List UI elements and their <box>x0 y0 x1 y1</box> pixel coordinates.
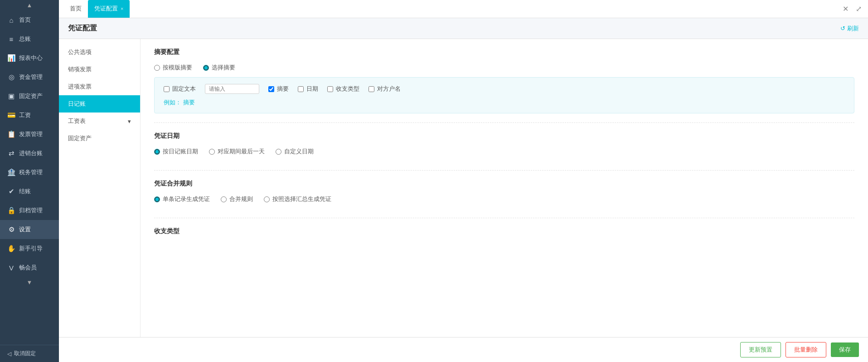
sidebar-item-label: 新手引导 <box>19 245 43 253</box>
tab-bar: 首页 凭证配置 × ✕ ⤢ <box>59 0 868 18</box>
summary-section-title: 摘要配置 <box>154 48 854 56</box>
left-nav-payroll-table[interactable]: 工资表 ▾ <box>59 113 140 130</box>
tab-home[interactable]: 首页 <box>63 0 88 18</box>
checkbox-date-input[interactable] <box>298 86 304 92</box>
right-content: 摘要配置 按模版摘要 选择摘要 固定文本 <box>141 39 868 337</box>
invoice-icon: 📋 <box>7 130 15 138</box>
voucher-date-section: 凭证日期 按日记账日期 对应期间最后一天 自定义日期 <box>154 132 854 171</box>
checkbox-date-label: 日期 <box>306 85 318 93</box>
tab-home-label: 首页 <box>70 5 82 13</box>
settlement-icon: ✔ <box>7 187 15 196</box>
radio-template-summary-input[interactable] <box>154 65 160 71</box>
tab-close-icon[interactable]: × <box>121 6 123 11</box>
purchasesales-icon: ⇄ <box>7 149 15 157</box>
sidebar-item-label: 首页 <box>19 16 31 24</box>
save-button[interactable]: 保存 <box>831 342 859 357</box>
refresh-icon: ↺ <box>840 25 845 32</box>
sidebar: ▲ ⌂ 首页 ≡ 总账 📊 报表中心 ◎ 资金管理 ▣ 固定资产 💳 工资 📋 … <box>0 0 59 362</box>
unpin-button[interactable]: ◁ 取消固定 <box>0 345 59 362</box>
window-close-button[interactable]: ✕ <box>841 4 850 14</box>
sidebar-scroll-up[interactable]: ▲ <box>0 0 59 10</box>
sidebar-item-guide[interactable]: ✋ 新手引导 <box>0 239 59 258</box>
radio-last-day[interactable]: 对应期间最后一天 <box>209 147 265 156</box>
sidebar-item-ledger[interactable]: ≡ 总账 <box>0 29 59 49</box>
unpin-label: 取消固定 <box>14 350 36 357</box>
radio-single-label: 单条记录生成凭证 <box>163 195 210 203</box>
radio-select-summary[interactable]: 选择摘要 <box>203 64 235 72</box>
reports-icon: 📊 <box>7 54 15 62</box>
income-type-title: 收支类型 <box>154 227 854 235</box>
radio-custom-date-input[interactable] <box>276 149 281 155</box>
example-prefix: 例如： <box>164 99 181 106</box>
checkbox-income-type-input[interactable] <box>327 86 333 92</box>
sidebar-item-payroll[interactable]: 💳 工资 <box>0 106 59 125</box>
main-area: 首页 凭证配置 × ✕ ⤢ 凭证配置 ↺ 刷新 公共选项 销项发票 进项 <box>59 0 868 362</box>
member-icon: V <box>7 264 15 272</box>
expand-icon: ▾ <box>128 118 131 125</box>
sidebar-scroll-down[interactable]: ▼ <box>0 277 59 288</box>
voucher-date-title: 凭证日期 <box>154 132 854 140</box>
sidebar-item-label: 报表中心 <box>19 54 43 62</box>
update-preview-button[interactable]: 更新预置 <box>740 342 781 357</box>
radio-select-summary-input[interactable] <box>203 65 209 71</box>
home-icon: ⌂ <box>7 16 15 24</box>
radio-select-merge[interactable]: 按照选择汇总生成凭证 <box>264 195 331 203</box>
sidebar-item-label: 结账 <box>19 187 31 196</box>
radio-journal-date[interactable]: 按日记账日期 <box>154 147 198 156</box>
sidebar-item-label: 资金管理 <box>19 73 43 81</box>
radio-custom-date[interactable]: 自定义日期 <box>276 147 314 156</box>
sidebar-item-label: 设置 <box>19 225 31 234</box>
checkbox-summary-input[interactable] <box>268 86 274 92</box>
sidebar-item-assets[interactable]: ▣ 固定资产 <box>0 87 59 106</box>
refresh-button[interactable]: ↺ 刷新 <box>840 24 859 33</box>
sidebar-item-archive[interactable]: 🔒 归档管理 <box>0 201 59 220</box>
radio-select-merge-label: 按照选择汇总生成凭证 <box>272 195 331 203</box>
sidebar-item-tax[interactable]: 🏦 税务管理 <box>0 163 59 182</box>
sidebar-item-home[interactable]: ⌂ 首页 <box>0 10 59 29</box>
sidebar-item-settlement[interactable]: ✔ 结账 <box>0 182 59 201</box>
radio-select-merge-input[interactable] <box>264 196 270 202</box>
radio-last-day-input[interactable] <box>209 149 215 155</box>
left-nav-sales-invoice[interactable]: 销项发票 <box>59 61 140 78</box>
radio-journal-date-input[interactable] <box>154 149 160 155</box>
summary-radio-group: 按模版摘要 选择摘要 <box>154 64 854 72</box>
checkbox-fixed-text[interactable]: 固定文本 <box>164 85 196 93</box>
radio-custom-date-label: 自定义日期 <box>284 147 314 156</box>
sidebar-item-invoice[interactable]: 📋 发票管理 <box>0 125 59 144</box>
sidebar-item-settings[interactable]: ⚙ 设置 <box>0 220 59 239</box>
left-nav-public-label: 公共选项 <box>68 48 92 56</box>
radio-single-record-input[interactable] <box>154 196 160 202</box>
window-restore-button[interactable]: ⤢ <box>854 4 863 14</box>
tab-active-label: 凭证配置 <box>94 5 118 13</box>
radio-single-record[interactable]: 单条记录生成凭证 <box>154 195 210 203</box>
sidebar-item-reports[interactable]: 📊 报表中心 <box>0 49 59 68</box>
sidebar-item-label: 税务管理 <box>19 168 43 176</box>
sidebar-item-member[interactable]: V 畅会员 <box>0 258 59 277</box>
sidebar-item-purchasesales[interactable]: ⇄ 进销台账 <box>0 144 59 163</box>
example-value: 摘要 <box>183 99 195 106</box>
batch-delete-button[interactable]: 批量删除 <box>786 342 826 357</box>
left-nav-purchase-invoice[interactable]: 进项发票 <box>59 78 140 95</box>
left-nav-fixed-assets[interactable]: 固定资产 <box>59 130 140 147</box>
radio-template-summary[interactable]: 按模版摘要 <box>154 64 192 72</box>
radio-template-label: 按模版摘要 <box>163 64 192 72</box>
sidebar-item-funds[interactable]: ◎ 资金管理 <box>0 68 59 87</box>
fixed-text-input[interactable] <box>205 84 259 94</box>
left-nav: 公共选项 销项发票 进项发票 日记账 工资表 ▾ 固定资产 <box>59 39 141 337</box>
tax-icon: 🏦 <box>7 168 15 176</box>
checkbox-counterpart-input[interactable] <box>369 86 374 92</box>
checkbox-counterpart[interactable]: 对方户名 <box>369 85 401 93</box>
left-nav-public[interactable]: 公共选项 <box>59 44 140 61</box>
checkbox-date[interactable]: 日期 <box>298 85 318 93</box>
checkbox-summary[interactable]: 摘要 <box>268 85 289 93</box>
left-nav-journal-label: 日记账 <box>68 100 86 108</box>
left-nav-journal[interactable]: 日记账 <box>59 95 140 113</box>
tab-voucher-config[interactable]: 凭证配置 × <box>88 0 130 18</box>
checkbox-counterpart-label: 对方户名 <box>377 85 401 93</box>
checkbox-fixed-text-input[interactable] <box>164 86 170 92</box>
checkbox-income-type[interactable]: 收支类型 <box>327 85 359 93</box>
radio-merge-rule[interactable]: 合并规则 <box>221 195 253 203</box>
radio-merge-rule-input[interactable] <box>221 196 227 202</box>
refresh-label: 刷新 <box>847 24 859 33</box>
ledger-icon: ≡ <box>7 35 15 43</box>
